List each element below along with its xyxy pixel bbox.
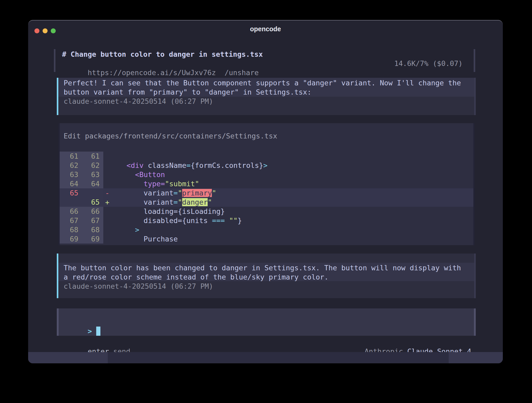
header-left-border: [54, 49, 55, 72]
diff-row-context: 6868 >: [60, 225, 473, 234]
diff-code-line: disabled={units === ""}: [103, 216, 473, 225]
old-line-number: 67: [60, 216, 82, 225]
app-window: opencode # Change button color to danger…: [28, 20, 503, 363]
input-left-border: [57, 308, 59, 336]
diff-row-context: 6666 loading={isLoading}: [60, 207, 473, 216]
diff-code-line: >: [103, 225, 473, 234]
old-line-number: 69: [60, 234, 82, 244]
prompt-symbol: >: [88, 327, 92, 335]
message-accent-bar: [57, 254, 58, 298]
new-line-number: 69: [82, 234, 103, 244]
hint-row: entersend AnthropicClaude Sonnet 4: [28, 338, 503, 347]
tool-right-border: [473, 123, 475, 245]
diff-rows: 6161 6262 <div className={formCs.control…: [60, 152, 473, 244]
context-marker: [105, 207, 114, 215]
new-line-number: 65: [82, 198, 103, 207]
message-meta: claude-sonnet-4-20250514 (06:27 PM): [64, 97, 473, 106]
diff-code-line: <Button: [103, 170, 473, 179]
old-line-number: 61: [60, 152, 82, 161]
token-usage: 14.6K/7% ($0.07): [394, 59, 463, 68]
diff-row-context: 6969 Purchase: [60, 234, 473, 244]
session-title: # Change button color to danger in setti…: [62, 50, 263, 59]
diff-row-context: 6767 disabled={units === ""}: [60, 216, 473, 225]
addition-marker: +: [105, 198, 114, 206]
diff-code-line: <div className={formCs.controls}>: [103, 161, 473, 170]
new-line-number: 66: [82, 207, 103, 216]
header-right-border: [474, 49, 475, 72]
text-cursor: [96, 327, 100, 336]
new-line-number: 67: [82, 216, 103, 225]
assistant-message: Perfect! I can see that the Button compo…: [57, 78, 476, 115]
new-line-number: 68: [82, 225, 103, 234]
diff-row-deleted: 65- variant="primary": [60, 188, 473, 198]
diff-code-line: - variant="primary": [103, 188, 473, 198]
diff-row-context: 6363 <Button: [60, 170, 473, 179]
input-right-border: [474, 308, 476, 336]
diff-code-line: Purchase: [103, 234, 473, 244]
window-title: opencode: [28, 22, 503, 36]
context-marker: [105, 235, 114, 243]
message-meta: claude-sonnet-4-20250514 (06:27 PM): [64, 282, 473, 291]
new-line-number: [82, 188, 103, 198]
assistant-message: The button color has been changed to dan…: [57, 254, 476, 298]
context-marker: [105, 161, 114, 169]
new-line-number: 62: [82, 161, 103, 170]
message-right-border: [474, 254, 476, 298]
diff-row-context: 6464 type="submit": [60, 179, 473, 188]
unshare-command[interactable]: /unshare: [224, 69, 259, 77]
context-marker: [105, 216, 114, 225]
share-url[interactable]: https://opencode.ai/s/UwJxv76z: [88, 69, 216, 77]
diff-code-line: type="submit": [103, 179, 473, 188]
new-line-number: 61: [82, 152, 103, 161]
context-marker: [105, 152, 114, 160]
edit-tool-block: Edit packages/frontend/src/containers/Se…: [58, 123, 475, 245]
edit-tool-title: Edit packages/frontend/src/containers/Se…: [64, 131, 277, 141]
old-line-number: 62: [60, 161, 82, 170]
context-marker: [105, 170, 114, 179]
diff-code-line: + variant="danger": [103, 198, 473, 207]
message-text: button variant from "primary" to "danger…: [64, 87, 473, 97]
old-line-number: 68: [60, 225, 82, 234]
app-version-badge: opencodev0.3.11: [28, 352, 108, 363]
prompt-input[interactable]: >: [57, 308, 476, 336]
diff-row-context: 6161: [60, 152, 473, 161]
diff-code-line: loading={isLoading}: [103, 207, 473, 216]
old-line-number: 66: [60, 207, 82, 216]
deletion-marker: -: [105, 189, 114, 197]
old-line-number: 64: [60, 179, 82, 188]
message-right-border: [474, 78, 476, 115]
message-text: The button color has been changed to dan…: [64, 263, 473, 272]
window-titlebar: opencode: [28, 20, 503, 36]
old-line-number: 65: [60, 188, 82, 198]
context-marker: [105, 180, 114, 188]
message-accent-bar: [57, 78, 58, 115]
diff-code-line: [103, 152, 473, 161]
old-line-number: [60, 198, 82, 207]
build-mode-badge: BUILDMODE: [449, 352, 503, 363]
status-bar: opencodev0.3.11 ~/Desktop/Projects/demo-…: [28, 352, 503, 363]
old-line-number: 63: [60, 170, 82, 179]
new-line-number: 63: [82, 170, 103, 179]
diff-row-context: 6262 <div className={formCs.controls}>: [60, 161, 473, 170]
context-marker: [105, 226, 114, 234]
message-text: a red/rose color scheme instead of the b…: [64, 272, 473, 282]
session-header: # Change button color to danger in setti…: [54, 49, 475, 72]
new-line-number: 64: [82, 179, 103, 188]
message-text: Perfect! I can see that the Button compo…: [64, 78, 473, 87]
diff-row-added: 65+ variant="danger": [60, 198, 473, 207]
